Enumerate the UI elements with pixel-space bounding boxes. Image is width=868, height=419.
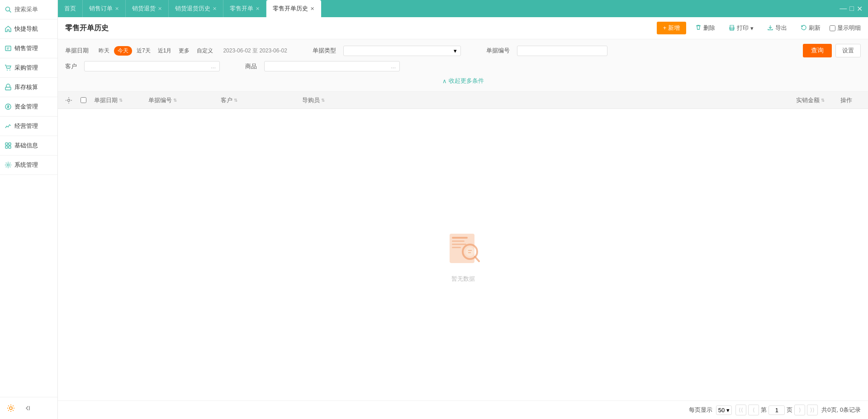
table-header: 单据日期 ⇅ 单据编号 ⇅ 客户 ⇅ 导购员 ⇅ 实销金额 — [58, 92, 868, 109]
query-button[interactable]: 查询 — [803, 44, 832, 57]
page-total: 共0页, 0条记录 — [821, 406, 861, 414]
th-number[interactable]: 单据编号 ⇅ — [145, 96, 217, 104]
per-page-select[interactable]: 50 ▾ — [716, 405, 732, 415]
print-button[interactable]: 打印 ▾ — [724, 22, 758, 34]
th-amount[interactable]: 实销金额 ⇅ — [783, 96, 828, 104]
tab-sales-return[interactable]: 销货退货 ✕ — [126, 0, 169, 17]
page-next-button[interactable]: ⟩ — [794, 405, 805, 415]
th-customer[interactable]: 客户 ⇅ — [217, 96, 299, 104]
sidebar-item-basic[interactable]: 基础信息 — [0, 136, 57, 155]
setting-button[interactable]: 设置 — [835, 44, 861, 57]
table-area: 单据日期 ⇅ 单据编号 ⇅ 客户 ⇅ 导购员 ⇅ 实销金额 — [58, 92, 868, 400]
column-settings-button[interactable] — [62, 97, 76, 104]
page-title: 零售开单历史 — [65, 24, 109, 33]
page-last-button[interactable]: ⟩⟩ — [807, 405, 818, 415]
sidebar-item-operations[interactable]: 经营管理 — [0, 117, 57, 136]
th-date[interactable]: 单据日期 ⇅ — [90, 96, 145, 104]
empty-text: 暂无数据 — [451, 275, 475, 283]
order-num-label: 单据编号 — [486, 47, 510, 55]
window-minimize-button[interactable]: — — [840, 5, 847, 13]
th-guide[interactable]: 导购员 ⇅ — [299, 96, 353, 104]
select-all-checkbox[interactable] — [76, 97, 90, 103]
settings-button[interactable] — [5, 402, 17, 414]
collapse-button[interactable]: ∧ 收起更多条件 — [65, 75, 861, 87]
delete-label: 删除 — [703, 24, 715, 32]
tab-sales-return-close[interactable]: ✕ — [158, 6, 162, 12]
export-button[interactable]: 导出 — [763, 22, 792, 34]
date-btn-7days[interactable]: 近7天 — [134, 46, 153, 56]
sidebar-item-system[interactable]: 系统管理 — [0, 155, 57, 175]
print-dropdown-icon[interactable]: ▾ — [750, 25, 754, 32]
filter-row-1: 单据日期 昨天 今天 近7天 近1月 更多 自定义 2023-06-02 至 2… — [65, 44, 861, 57]
sidebar-item-purchase[interactable]: 采购管理 — [0, 58, 57, 78]
date-btn-more[interactable]: 更多 — [176, 46, 192, 56]
page-suffix: 页 — [787, 406, 792, 414]
show-detail-checkbox[interactable]: 显示明细 — [830, 24, 861, 32]
tab-sales-return-history-close[interactable]: ✕ — [213, 6, 217, 12]
tab-sales-order-label: 销售订单 — [89, 5, 113, 13]
svg-point-5 — [7, 70, 8, 71]
date-btn-yesterday[interactable]: 昨天 — [96, 46, 112, 56]
select-all-input[interactable] — [81, 97, 86, 103]
svg-rect-9 — [5, 143, 8, 145]
print-label: 打印 — [737, 24, 749, 32]
chevron-up-icon: ∧ — [442, 78, 447, 85]
basic-icon — [5, 142, 12, 149]
customer-field[interactable] — [88, 63, 211, 70]
page-first-button[interactable]: ⟨⟨ — [735, 405, 746, 415]
date-btn-custom[interactable]: 自定义 — [194, 46, 216, 56]
print-icon — [729, 24, 735, 32]
sort-guide-icon: ⇅ — [321, 98, 325, 103]
sidebar-item-finance[interactable]: 资金管理 — [0, 97, 57, 117]
page-label: 第 — [761, 406, 767, 414]
purchase-icon — [5, 64, 12, 71]
type-filter-select[interactable]: ▾ — [343, 46, 461, 56]
tab-retail-history[interactable]: 零售开单历史 ✕ — [266, 0, 321, 17]
svg-rect-11 — [5, 146, 8, 148]
page-number-input[interactable] — [768, 405, 785, 415]
goods-input[interactable]: ... — [264, 61, 400, 71]
collapse-sidebar-button[interactable] — [21, 402, 33, 414]
tab-home[interactable]: 首页 — [58, 0, 83, 17]
content-area: 零售开单历史 + 新增 删除 打印 ▾ — [58, 17, 868, 419]
sidebar-item-label: 库存核算 — [14, 83, 38, 91]
sort-date-icon: ⇅ — [119, 98, 123, 103]
order-num-input[interactable] — [517, 46, 607, 56]
show-detail-input[interactable] — [830, 25, 835, 31]
page-header: 零售开单历史 + 新增 删除 打印 ▾ — [58, 17, 868, 39]
tab-sales-order[interactable]: 销售订单 ✕ — [83, 0, 126, 17]
date-btn-1month[interactable]: 近1月 — [155, 46, 175, 56]
sidebar-item-label: 快捷导航 — [14, 25, 38, 33]
svg-rect-23 — [452, 247, 461, 248]
window-close-button[interactable]: ✕ — [857, 5, 863, 13]
add-button[interactable]: + 新增 — [657, 22, 686, 34]
tab-retail-open[interactable]: 零售开单 ✕ — [223, 0, 266, 17]
delete-button[interactable]: 删除 — [691, 22, 720, 34]
customer-input[interactable]: ... — [84, 61, 220, 71]
sidebar-item-sales[interactable]: 销售管理 — [0, 39, 57, 58]
refresh-button[interactable]: 刷新 — [796, 22, 825, 34]
page-prev-button[interactable]: ⟨ — [748, 405, 759, 415]
customer-dots[interactable]: ... — [211, 63, 216, 70]
tab-retail-history-close[interactable]: ✕ — [310, 6, 314, 12]
filter-row-2: 客户 ... 商品 ... — [65, 61, 861, 71]
goods-field[interactable] — [268, 63, 391, 70]
sidebar-search[interactable]: 搜索采单 — [0, 0, 57, 19]
refresh-icon — [801, 24, 807, 32]
type-dropdown-icon: ▾ — [454, 47, 457, 54]
export-icon — [767, 24, 773, 32]
window-maximize-button[interactable]: □ — [849, 5, 854, 13]
sidebar-item-quick-nav[interactable]: 快捷导航 — [0, 19, 57, 39]
order-num-field[interactable] — [521, 47, 603, 54]
tab-sales-order-close[interactable]: ✕ — [115, 6, 119, 12]
customer-label: 客户 — [65, 62, 77, 71]
date-btn-today[interactable]: 今天 — [114, 46, 132, 56]
sidebar-item-label: 资金管理 — [14, 103, 38, 111]
operations-icon — [5, 122, 12, 130]
empty-illustration — [441, 227, 486, 268]
tab-retail-open-close[interactable]: ✕ — [256, 6, 260, 12]
sidebar-item-inventory[interactable]: 库存核算 — [0, 78, 57, 97]
delete-icon — [695, 24, 702, 32]
tab-sales-return-history[interactable]: 销货退货历史 ✕ — [169, 0, 223, 17]
goods-dots[interactable]: ... — [391, 63, 396, 70]
